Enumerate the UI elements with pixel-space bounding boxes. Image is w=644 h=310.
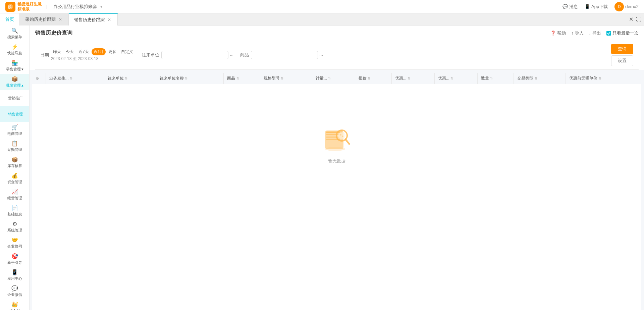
- guide-icon: 🎯: [11, 253, 18, 259]
- maximize-btn[interactable]: ⛶: [636, 16, 641, 22]
- sort-arrows-discount2: ⇅: [450, 76, 453, 80]
- svg-rect-5: [326, 134, 339, 135]
- sidebar-item-sales-mgmt[interactable]: 销售管理: [0, 106, 29, 122]
- sidebar-item-operations[interactable]: 📈 经营管理: [0, 187, 29, 203]
- only-last-checkbox[interactable]: [606, 31, 611, 36]
- col-biz-date[interactable]: 业务发生... ⇅: [46, 73, 104, 84]
- only-last-checkbox-label[interactable]: 只看最后一次: [606, 30, 639, 36]
- partner-label: 往来单位: [142, 52, 159, 58]
- topbar-left: 畅 畅捷通好生意 标准版 | 办公用品行业模拟账套 ▾: [5, 2, 102, 12]
- date-option-7days[interactable]: 近7天: [76, 48, 91, 55]
- date-option-more[interactable]: 更多: [106, 48, 118, 55]
- page-title-row: 销售历史价查询 ❓ 帮助 ↑ 导入 ↓ 导出: [35, 30, 639, 37]
- sidebar-item-wechat[interactable]: 💬 企业微信: [0, 283, 29, 299]
- goods-select-btn[interactable]: ···: [319, 53, 323, 58]
- goods-filter-group: 商品 ···: [240, 51, 323, 59]
- sidebar-item-quick-nav[interactable]: ⚡ 快捷导航: [0, 42, 29, 58]
- wholesale-icon: 📦: [11, 76, 18, 82]
- partner-select-btn[interactable]: ···: [230, 53, 233, 58]
- col-gear[interactable]: ⚙: [32, 73, 46, 84]
- tab-purchase-close[interactable]: ✕: [58, 17, 63, 22]
- tab-purchase[interactable]: 采购历史价跟踪 ✕: [20, 13, 69, 25]
- sidebar-item-apps[interactable]: 📱 应用中心: [0, 267, 29, 283]
- quicknav-icon: ⚡: [11, 44, 18, 50]
- col-partner-name[interactable]: 往来单位名称 ⇅: [156, 73, 223, 84]
- gear-icon: ⚙: [36, 76, 39, 81]
- col-spec[interactable]: 规格型号 ⇅: [260, 73, 312, 84]
- tab-sales-close[interactable]: ✕: [107, 17, 112, 22]
- sort-arrows-partner-name: ⇅: [185, 76, 187, 80]
- goods-label: 商品: [240, 52, 249, 58]
- empty-illustration: [317, 120, 357, 154]
- sidebar-item-finance[interactable]: 💰 资金管理: [0, 170, 29, 187]
- message-btn[interactable]: 💬 消息: [562, 4, 578, 10]
- date-option-1month[interactable]: 近1月: [92, 48, 106, 55]
- table-body: 暂无数据: [32, 84, 641, 201]
- phone-icon: 📱: [585, 4, 590, 9]
- wechat-icon: 💬: [11, 285, 18, 292]
- sidebar-item-system[interactable]: ⚙ 系统管理: [0, 219, 29, 235]
- close-all-tabs[interactable]: ✕: [629, 16, 633, 22]
- sort-arrows-goods: ⇅: [236, 76, 239, 80]
- tab-home[interactable]: 首页: [0, 13, 20, 25]
- tab-sales[interactable]: 销售历史价跟踪 ✕: [69, 13, 118, 25]
- goods-input-wrapper: ···: [251, 51, 323, 59]
- apps-icon: 📱: [11, 269, 18, 275]
- col-trade-type[interactable]: 交易类型 ⇅: [514, 73, 566, 84]
- sidebar-item-guide[interactable]: 🎯 新手引导: [0, 251, 29, 267]
- data-table: ⚙ 业务发生... ⇅ 往来单位 ⇅ 往来单位名称 ⇅ 商品 ⇅ 规格型号 ⇅ …: [32, 73, 641, 200]
- date-option-today[interactable]: 今天: [64, 48, 76, 55]
- svg-text:畅: 畅: [8, 5, 12, 9]
- help-btn[interactable]: ❓ 帮助: [550, 30, 566, 36]
- partner-input[interactable]: [161, 51, 228, 59]
- sort-arrows-unit: ⇅: [328, 76, 331, 80]
- message-icon: 💬: [562, 4, 568, 9]
- app-title-dropdown[interactable]: ▾: [100, 4, 102, 9]
- col-pretax-price[interactable]: 优惠前无税单价 ⇅: [566, 73, 641, 84]
- col-unit[interactable]: 计量... ⇅: [312, 73, 355, 84]
- sidebar-item-vip[interactable]: 👑 畅会员: [0, 299, 29, 310]
- sidebar-item-marketing[interactable]: 营销推广: [0, 90, 29, 106]
- goods-input[interactable]: [251, 51, 318, 59]
- col-goods[interactable]: 商品 ⇅: [224, 73, 260, 84]
- sidebar-item-search[interactable]: 🔍 搜索菜单: [0, 25, 29, 42]
- col-partner[interactable]: 往来单位 ⇅: [104, 73, 156, 84]
- sidebar-item-basic-info[interactable]: 📄 基础信息: [0, 203, 29, 219]
- svg-point-11: [340, 134, 341, 136]
- date-filter-group: 日期 昨天 今天 近7天 近1月 更多 自定义 2023-02-18 至 202…: [40, 48, 135, 62]
- sidebar-item-retail[interactable]: 🏪 零售管理▾: [0, 58, 29, 74]
- sidebar-item-wholesale[interactable]: 📦 批发管理▴: [0, 74, 29, 90]
- help-icon: ❓: [550, 31, 556, 36]
- tabbar-actions: ✕ ⛶: [629, 16, 644, 22]
- purchase-icon: 📋: [11, 140, 18, 147]
- operations-icon: 📈: [11, 189, 18, 195]
- sidebar-item-inventory[interactable]: 📦 库存核算: [0, 154, 29, 170]
- import-btn[interactable]: ↑ 导入: [571, 30, 584, 36]
- filter-row: 日期 昨天 今天 近7天 近1月 更多 自定义 2023-02-18 至 202…: [35, 41, 639, 70]
- svg-point-9: [338, 132, 345, 139]
- tabbar: 首页 采购历史价跟踪 ✕ 销售历史价跟踪 ✕ ✕ ⛶: [0, 13, 644, 25]
- export-btn[interactable]: ↓ 导出: [589, 30, 601, 36]
- app-download-btn[interactable]: 📱 App下载: [585, 4, 608, 10]
- table-header-row: ⚙ 业务发生... ⇅ 往来单位 ⇅ 往来单位名称 ⇅ 商品 ⇅ 规格型号 ⇅ …: [32, 73, 641, 84]
- date-option-yesterday[interactable]: 昨天: [51, 48, 63, 55]
- query-button[interactable]: 查询: [611, 44, 633, 54]
- sidebar-item-purchase-mgmt[interactable]: 📋 采购管理: [0, 138, 29, 154]
- date-range-text: 2023-02-18 至 2023-03-18: [51, 56, 135, 62]
- user-menu[interactable]: D demo2: [614, 2, 639, 11]
- col-quantity[interactable]: 数量 ⇅: [477, 73, 514, 84]
- sort-arrows-pretax-price: ⇅: [599, 76, 601, 80]
- setting-button[interactable]: 设置: [611, 55, 633, 66]
- col-discount2[interactable]: 优惠... ⇅: [434, 73, 477, 84]
- main-layout: 🔍 搜索菜单 ⚡ 快捷导航 🏪 零售管理▾ 📦 批发管理▴ 营销推广 销售管理 …: [0, 25, 644, 310]
- col-discount1[interactable]: 优惠... ⇅: [391, 73, 434, 84]
- sidebar-item-enterprise[interactable]: 🤝 企业协同: [0, 235, 29, 251]
- date-options-block: 昨天 今天 近7天 近1月 更多 自定义 2023-02-18 至 2023-0…: [51, 48, 135, 62]
- page-actions: ❓ 帮助 ↑ 导入 ↓ 导出 只看最后一次: [550, 30, 639, 36]
- sidebar-item-ecom[interactable]: 🛒 电商管理: [0, 122, 29, 138]
- sort-arrows-quote: ⇅: [368, 76, 370, 80]
- date-option-custom[interactable]: 自定义: [119, 48, 135, 55]
- empty-state: 暂无数据: [36, 87, 638, 198]
- logo-area: 畅 畅捷通好生意 标准版: [5, 2, 42, 12]
- col-quote[interactable]: 报价 ⇅: [355, 73, 391, 84]
